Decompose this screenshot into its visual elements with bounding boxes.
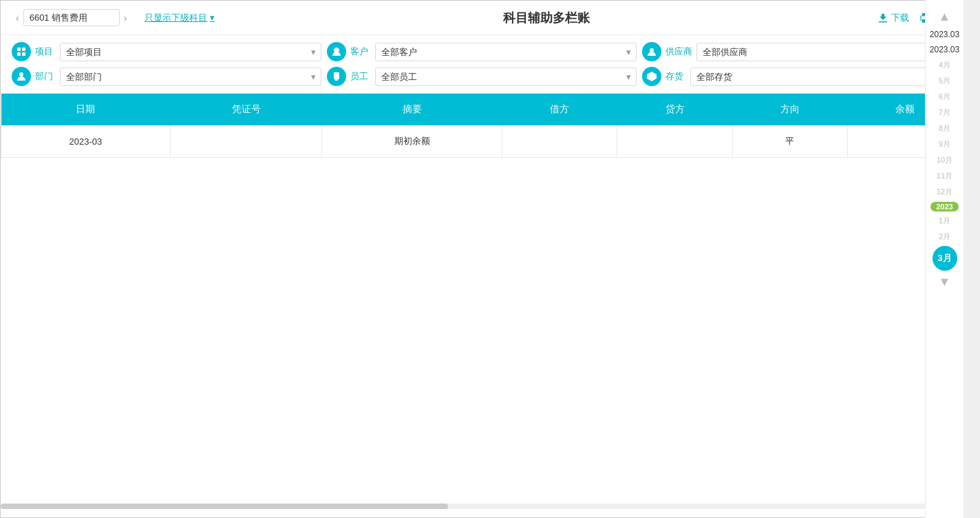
employee-icon — [327, 67, 346, 86]
filter-department: 部门 全部部门 — [12, 67, 321, 86]
svg-rect-11 — [335, 79, 338, 81]
inventory-icon — [642, 67, 661, 86]
timeline-month-7[interactable]: 7月 — [926, 105, 963, 121]
inventory-label: 存货 — [665, 70, 686, 83]
col-date: 日期 — [1, 94, 171, 125]
filter-employee: 员工 全部员工 — [327, 67, 637, 86]
timeline-month-4[interactable]: 4月 — [926, 57, 963, 73]
cell-date: 2023-03 — [1, 125, 171, 158]
customer-label: 客户 — [350, 45, 371, 58]
timeline-month-11[interactable]: 11月 — [926, 168, 963, 184]
timeline-month-8[interactable]: 8月 — [926, 121, 963, 136]
col-debit: 借方 — [502, 94, 617, 125]
supplier-label: 供应商 — [665, 45, 692, 58]
svg-rect-12 — [334, 74, 336, 75]
main-window: ‹ › 只显示下级科目 ▾ 科目辅助多栏账 下载 打印 — [0, 0, 963, 518]
department-select-wrapper: 全部部门 — [60, 68, 321, 86]
cell-summary: 期初余额 — [322, 125, 502, 158]
data-table: 日期 凭证号 摘要 借方 贷方 方向 余额 2023-03 期初余额 平 — [1, 94, 963, 158]
page-title: 科目辅助多栏账 — [215, 10, 877, 26]
svg-rect-10 — [334, 72, 339, 79]
timeline-month-6[interactable]: 6月 — [926, 89, 963, 105]
nav-next-button[interactable]: › — [120, 11, 131, 25]
filter-project: 项目 全部项目 — [12, 42, 321, 61]
inventory-select[interactable]: 全部存货 — [690, 68, 952, 86]
col-direction: 方向 — [732, 94, 847, 125]
svg-point-9 — [19, 72, 23, 76]
timeline-period-2[interactable]: 2023.03 — [926, 42, 963, 57]
timeline-year-badge[interactable]: 2023 — [930, 202, 958, 211]
svg-rect-7 — [22, 52, 25, 56]
cell-voucher — [170, 125, 321, 158]
cell-debit — [502, 125, 617, 158]
department-select[interactable]: 全部部门 — [60, 68, 321, 86]
filter-row-1: 项目 全部项目 客户 — [12, 42, 952, 61]
col-credit: 贷方 — [617, 94, 732, 125]
timeline-month-5[interactable]: 5月 — [926, 73, 963, 89]
col-voucher: 凭证号 — [170, 94, 321, 125]
project-icon — [12, 42, 31, 61]
download-icon — [877, 12, 888, 23]
customer-select-wrapper: 全部客户 — [375, 43, 637, 61]
timeline-period-1[interactable]: 2023.03 — [926, 27, 963, 42]
department-label: 部门 — [35, 70, 56, 83]
filter-inventory: 存货 全部存货 — [642, 67, 952, 86]
download-button[interactable]: 下载 — [877, 12, 909, 24]
timeline-down-arrow[interactable]: ▼ — [936, 272, 954, 292]
svg-rect-4 — [17, 48, 21, 51]
side-timeline: ▲ 2023.03 2023.03 4月 5月 6月 7月 8月 9月 10月 … — [925, 0, 963, 518]
timeline-year-badge-container: 2023 — [930, 201, 958, 211]
download-label: 下载 — [891, 12, 909, 24]
customer-select[interactable]: 全部客户 — [375, 43, 637, 61]
filter-row-2: 部门 全部部门 员工 — [12, 67, 952, 86]
scrollbar-track — [1, 504, 926, 509]
filter-bar: 项目 全部项目 客户 — [1, 35, 963, 94]
timeline-active-month[interactable]: 3月 — [933, 246, 957, 271]
timeline-month-9[interactable]: 9月 — [926, 136, 963, 152]
filter-customer: 客户 全部客户 — [327, 42, 637, 61]
project-select[interactable]: 全部项目 — [60, 43, 321, 61]
top-bar: ‹ › 只显示下级科目 ▾ 科目辅助多栏账 下载 打印 — [1, 1, 963, 35]
table-row: 2023-03 期初余额 平 — [1, 125, 963, 158]
cell-credit — [617, 125, 732, 158]
show-sub-button[interactable]: 只显示下级科目 ▾ — [145, 12, 215, 24]
show-sub-label-text: 只显示下级科目 — [145, 12, 207, 24]
col-summary: 摘要 — [322, 94, 502, 125]
cell-direction: 平 — [732, 125, 847, 158]
customer-icon — [327, 42, 346, 61]
timeline-month-10[interactable]: 10月 — [926, 152, 963, 168]
supplier-select[interactable]: 全部供应商 — [696, 43, 952, 61]
filter-supplier: 供应商 全部供应商 — [642, 42, 952, 61]
timeline-month-12[interactable]: 12月 — [926, 184, 963, 200]
department-icon — [12, 67, 31, 86]
inventory-select-wrapper: 全部存货 — [690, 68, 952, 86]
bottom-scrollbar[interactable] — [1, 504, 926, 509]
timeline-up-arrow[interactable]: ▲ — [936, 7, 954, 27]
supplier-select-wrapper: 全部供应商 — [696, 43, 952, 61]
employee-select-wrapper: 全部员工 — [375, 68, 637, 86]
employee-select[interactable]: 全部员工 — [375, 68, 637, 86]
show-sub-arrow-icon: ▾ — [210, 12, 215, 23]
scrollbar-thumb[interactable] — [1, 504, 448, 509]
account-code-input[interactable] — [23, 9, 120, 26]
employee-label: 员工 — [350, 70, 371, 83]
project-select-wrapper: 全部项目 — [60, 43, 321, 61]
supplier-icon — [642, 42, 661, 61]
nav-prev-button[interactable]: ‹ — [12, 11, 23, 25]
table-container: 日期 凭证号 摘要 借方 贷方 方向 余额 2023-03 期初余额 平 — [1, 94, 963, 158]
table-header-row: 日期 凭证号 摘要 借方 贷方 方向 余额 — [1, 94, 963, 125]
svg-rect-6 — [17, 52, 21, 56]
svg-rect-13 — [337, 74, 339, 75]
project-label: 项目 — [35, 45, 56, 58]
timeline-month-1[interactable]: 1月 — [926, 213, 963, 229]
timeline-month-2[interactable]: 2月 — [926, 229, 963, 245]
svg-rect-5 — [22, 48, 25, 51]
